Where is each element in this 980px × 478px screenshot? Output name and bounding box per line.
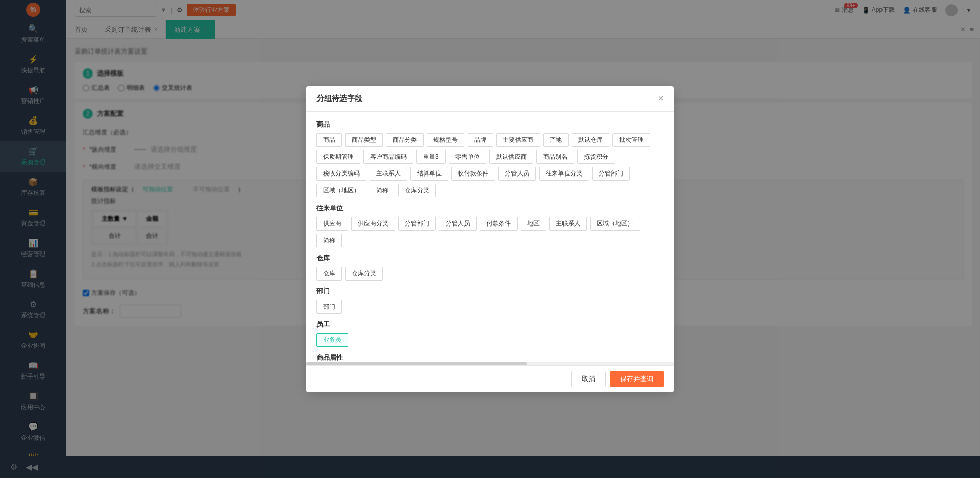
modal-overlay: 分组待选字段 × 商品 商品 商品类型 商品分类 规格型号 品牌 主要供应商 产… [0, 0, 980, 478]
cancel-button[interactable]: 取消 [571, 371, 606, 387]
field-tag[interactable]: 品牌 [468, 133, 493, 147]
modal-footer: 取消 保存并查询 [306, 365, 674, 392]
section-title-warehouse: 仓库 [316, 254, 664, 263]
field-grid-employee: 业务员 [316, 333, 664, 347]
field-tag[interactable]: 主要供应商 [496, 133, 540, 147]
field-tag[interactable]: 产地 [543, 133, 569, 147]
modal-body[interactable]: 商品 商品 商品类型 商品分类 规格型号 品牌 主要供应商 产地 默认仓库 批次… [306, 112, 674, 361]
field-tag[interactable]: 商品 [316, 133, 342, 147]
modal-hscroll[interactable] [306, 361, 674, 365]
field-tag[interactable]: 重量3 [416, 150, 446, 164]
field-tag[interactable]: 往来单位分类 [539, 167, 589, 181]
field-grid-warehouse: 仓库 仓库分类 [316, 267, 664, 281]
field-tag[interactable]: 主联系人 [370, 167, 407, 181]
field-tag[interactable]: 供应商分类 [351, 217, 395, 231]
field-tag[interactable]: 分管人员 [439, 217, 477, 231]
field-tag[interactable]: 默认仓库 [572, 133, 609, 147]
section-title-goods: 商品 [316, 120, 664, 129]
field-tag[interactable]: 客户商品编码 [363, 150, 413, 164]
field-tag[interactable]: 拣货积分 [577, 150, 615, 164]
field-grid-partner: 供应商 供应商分类 分管部门 分管人员 付款条件 地区 主联系人 区域（地区） … [316, 217, 664, 247]
section-title-goods-attr: 商品属性 [316, 353, 664, 361]
field-tag[interactable]: 区域（地区） [590, 217, 640, 231]
field-tag[interactable]: 收付款条件 [451, 167, 495, 181]
hscroll-bar [306, 362, 674, 365]
hscroll-thumb[interactable] [306, 362, 527, 365]
modal-close-btn[interactable]: × [658, 93, 664, 104]
field-tag[interactable]: 分管部门 [398, 217, 436, 231]
section-title-employee: 员工 [316, 320, 664, 329]
field-tag[interactable]: 保质期管理 [316, 150, 360, 164]
field-tag[interactable]: 批次管理 [612, 133, 650, 147]
section-title-partner: 往来单位 [316, 204, 664, 213]
field-tag[interactable]: 商品别名 [536, 150, 574, 164]
field-tag[interactable]: 仓库分类 [345, 267, 383, 281]
field-select-modal: 分组待选字段 × 商品 商品 商品类型 商品分类 规格型号 品牌 主要供应商 产… [306, 86, 674, 392]
field-tag[interactable]: 规格型号 [427, 133, 464, 147]
field-tag[interactable]: 仓库分类 [398, 184, 436, 197]
section-title-department: 部门 [316, 287, 664, 296]
field-tag[interactable]: 付款条件 [480, 217, 518, 231]
field-tag[interactable]: 部门 [316, 300, 342, 314]
modal-header: 分组待选字段 × [306, 86, 674, 112]
field-grid-goods: 商品 商品类型 商品分类 规格型号 品牌 主要供应商 产地 默认仓库 批次管理 … [316, 133, 664, 197]
field-tag[interactable]: 结算单位 [410, 167, 448, 181]
field-tag[interactable]: 税收分类编码 [316, 167, 366, 181]
field-tag[interactable]: 主联系人 [549, 217, 587, 231]
field-tag[interactable]: 简称 [316, 234, 342, 247]
field-tag[interactable]: 地区 [521, 217, 546, 231]
field-tag[interactable]: 零售单位 [449, 150, 486, 164]
save-query-button[interactable]: 保存并查询 [610, 371, 664, 387]
field-tag[interactable]: 分管人员 [498, 167, 536, 181]
field-tag[interactable]: 商品分类 [386, 133, 424, 147]
field-tag[interactable]: 默认供应商 [489, 150, 533, 164]
field-tag[interactable]: 仓库 [316, 267, 342, 281]
field-tag[interactable]: 区域（地区） [316, 184, 366, 197]
field-grid-department: 部门 [316, 300, 664, 314]
modal-title: 分组待选字段 [316, 94, 362, 104]
field-tag[interactable]: 商品类型 [345, 133, 383, 147]
field-tag[interactable]: 分管部门 [592, 167, 630, 181]
field-tag[interactable]: 供应商 [316, 217, 348, 231]
field-tag[interactable]: 简称 [370, 184, 395, 197]
field-tag-employee-selected[interactable]: 业务员 [316, 333, 348, 347]
